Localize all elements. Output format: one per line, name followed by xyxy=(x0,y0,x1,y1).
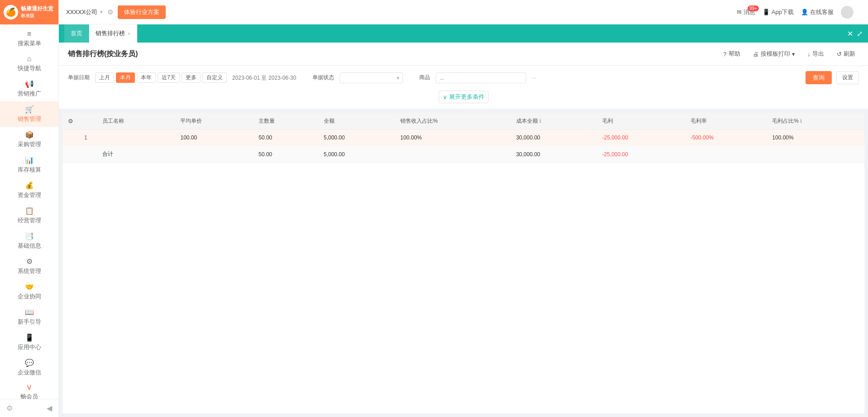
sidebar-item-marketing[interactable]: 📢 营销推广 xyxy=(0,76,58,101)
sidebar-item-label: 采购管理 xyxy=(18,140,41,149)
sidebar-item-inventory[interactable]: 📊 库存核算 xyxy=(0,152,58,177)
sidebar-item-label: 企业微信 xyxy=(18,369,41,377)
row-cost-cell: 30,000.00 xyxy=(511,130,597,146)
avatar[interactable] xyxy=(841,6,854,19)
row-settings-cell xyxy=(62,130,79,146)
sidebar-item-enterprise[interactable]: 🤝 企业协同 xyxy=(0,279,58,304)
tab-close-window-icon[interactable]: ✕ xyxy=(847,29,853,38)
help-button[interactable]: ? 帮助 xyxy=(719,48,743,60)
sidebar-item-operations[interactable]: 📋 经营管理 xyxy=(0,203,58,228)
date-btn-last-month[interactable]: 上月 xyxy=(95,72,114,83)
date-buttons: 上月 本月 本年 近7天 更多 自定义 xyxy=(95,72,227,83)
logo: 🍊 畅康通好生意 标准版 xyxy=(0,0,58,24)
date-btn-this-month[interactable]: 本月 xyxy=(116,72,135,83)
message-button[interactable]: ✉ 消息 99+ xyxy=(737,8,755,16)
main-area: XXXXX公司 ▾ ⚙ 体验行业方案 ✉ 消息 99+ 📱 App下载 👤 在线… xyxy=(59,0,868,417)
marketing-icon: 📢 xyxy=(25,80,34,88)
sidebar-item-sales[interactable]: 🛒 销售管理 xyxy=(0,101,58,127)
tab-sales-ranking[interactable]: 销售排行榜 × xyxy=(89,24,137,43)
sidebar-item-label: 资金管理 xyxy=(18,191,41,199)
sidebar-item-guide[interactable]: 📖 新手引导 xyxy=(0,304,58,330)
table-footer-row: 合计 50.00 5,000.00 30,000.00 -25,000.00 xyxy=(62,146,864,163)
app-label: App下载 xyxy=(772,8,794,16)
goods-input[interactable] xyxy=(436,72,526,83)
date-btn-more[interactable]: 更多 xyxy=(182,72,201,83)
sidebar-item-basics[interactable]: 📑 基础信息 xyxy=(0,228,58,254)
finance-icon: 💰 xyxy=(25,181,34,190)
query-button[interactable]: 查询 xyxy=(806,71,832,84)
date-btn-this-year[interactable]: 本年 xyxy=(137,72,156,83)
date-btn-7days[interactable]: 近7天 xyxy=(158,72,180,83)
export-button[interactable]: ↓ 导出 xyxy=(804,48,828,60)
date-btn-custom[interactable]: 自定义 xyxy=(202,72,227,83)
col-settings[interactable]: ⚙ xyxy=(62,113,79,130)
sidebar-item-member[interactable]: V 畅会员 xyxy=(0,380,58,399)
status-select[interactable] xyxy=(340,72,403,83)
tab-home[interactable]: 首页 xyxy=(64,24,89,43)
expand-filter-button[interactable]: ∨ 展开更多条件 xyxy=(439,91,489,103)
row-qty-cell: 50.00 xyxy=(253,130,318,146)
col-sales-pct: 销售收入占比% xyxy=(395,113,511,130)
company-selector[interactable]: XXXXX公司 ▾ xyxy=(66,8,103,16)
sidebar-item-search[interactable]: ≡ 搜索菜单 xyxy=(0,26,58,51)
sidebar-item-label: 快捷导航 xyxy=(18,64,41,72)
trial-button[interactable]: 体验行业方案 xyxy=(118,5,166,19)
collapse-icon[interactable]: ◀ xyxy=(47,404,52,412)
sidebar-item-label: 销售管理 xyxy=(18,115,41,123)
goods-more-btn[interactable]: ··· xyxy=(532,75,536,81)
col-gross-pct: 毛利占比% ℹ xyxy=(767,113,864,130)
sidebar-item-label: 应用中心 xyxy=(18,343,41,351)
col-amount: 全额 xyxy=(318,113,395,130)
footer-empty xyxy=(62,146,97,163)
topbar-gear-icon[interactable]: ⚙ xyxy=(107,8,113,16)
online-service-button[interactable]: 👤 在线客服 xyxy=(801,8,834,16)
sidebar-footer: ⚙ ◀ xyxy=(0,399,58,417)
sidebar-item-apps[interactable]: 📱 应用中心 xyxy=(0,330,58,355)
sidebar-item-finance[interactable]: 💰 资金管理 xyxy=(0,177,58,203)
tab-home-label: 首页 xyxy=(71,29,82,38)
settings-footer-icon[interactable]: ⚙ xyxy=(6,404,13,412)
row-avg-price-cell: 100.00 xyxy=(175,130,253,146)
sales-icon: 🛒 xyxy=(25,105,34,114)
sidebar-item-label: 新手引导 xyxy=(18,318,41,326)
footer-sales-pct xyxy=(395,146,511,163)
footer-cost: 30,000.00 xyxy=(511,146,597,163)
cost-info-icon[interactable]: ℹ xyxy=(539,118,541,124)
apps-icon: 📱 xyxy=(25,333,34,342)
app-download-button[interactable]: 📱 App下载 xyxy=(762,8,794,16)
purchase-icon: 📦 xyxy=(25,130,34,139)
member-icon: V xyxy=(27,384,31,391)
row-sales-pct-cell: 100.00% xyxy=(395,130,511,146)
tab-close-icon[interactable]: × xyxy=(128,31,130,36)
sidebar-item-quick[interactable]: ⌂ 快捷导航 xyxy=(0,51,58,76)
sidebar-item-system[interactable]: ⚙ 系统管理 xyxy=(0,254,58,279)
tab-maximize-icon[interactable]: ⤢ xyxy=(857,29,863,38)
col-avg-price: 平均单价 xyxy=(175,113,253,130)
enterprise-icon: 🤝 xyxy=(25,283,34,291)
sidebar-item-purchase[interactable]: 📦 采购管理 xyxy=(0,127,58,152)
gross-pct-info-icon[interactable]: ℹ xyxy=(800,118,802,124)
export-icon: ↓ xyxy=(808,51,811,58)
footer-gross: -25,000.00 xyxy=(597,146,685,163)
sidebar-item-wechat[interactable]: 💬 企业微信 xyxy=(0,355,58,380)
table-area: ⚙ 员工名称 平均单价 主数量 全额 销售收入占比% 成本全额 ℹ 毛利 毛利率… xyxy=(62,113,864,413)
operations-icon: 📋 xyxy=(25,206,34,215)
page-header: 销售排行榜(按业务员) ? 帮助 🖨 按模板打印 ▾ ↓ 导出 ↺ 刷新 xyxy=(59,43,868,66)
print-button[interactable]: 🖨 按模板打印 ▾ xyxy=(749,48,799,60)
row-employee-cell xyxy=(97,130,175,146)
settings-button[interactable]: 设置 xyxy=(836,71,859,84)
row-rank-cell: 1 xyxy=(79,130,97,146)
date-filter-label: 单据日期 xyxy=(68,74,90,81)
table-settings-icon[interactable]: ⚙ xyxy=(68,118,73,125)
sidebar-item-label: 经营管理 xyxy=(18,216,41,225)
row-gross-rate-cell: -500.00% xyxy=(685,130,767,146)
status-filter-label: 单据状态 xyxy=(312,74,334,81)
company-chevron-icon: ▾ xyxy=(100,9,103,15)
inventory-icon: 📊 xyxy=(25,156,34,164)
chevron-down-icon: ∨ xyxy=(443,94,447,101)
footer-gross-rate xyxy=(685,146,767,163)
table-row: 1 100.00 50.00 5,000.00 100.00% 30,000.0… xyxy=(62,130,864,146)
refresh-icon: ↺ xyxy=(837,51,842,58)
service-label: 在线客服 xyxy=(810,8,834,16)
refresh-button[interactable]: ↺ 刷新 xyxy=(833,48,859,60)
